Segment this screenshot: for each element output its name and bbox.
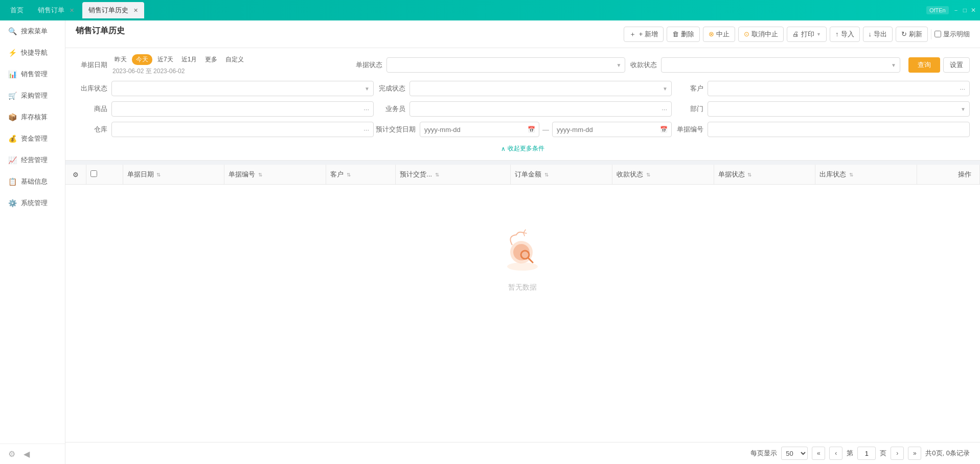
tab-sales-history-close[interactable]: ✕ (133, 7, 138, 14)
filter-item-warehouse2: 仓库 ··· (76, 122, 374, 137)
next-page-btn[interactable]: › (891, 447, 904, 460)
customer-select-btn[interactable]: ··· (708, 81, 970, 96)
filter-item-payment-status: 收款状态 ▼ (625, 57, 900, 73)
th-checkbox[interactable] (86, 165, 123, 185)
date-btn-custom[interactable]: 自定义 (222, 54, 247, 65)
th-order-amount[interactable]: 订单金额 ⇅ (511, 165, 612, 185)
th-payment-status[interactable]: 收款状态 ⇅ (612, 165, 714, 185)
th-ops: 操作 (917, 165, 980, 185)
cancel-stop-button[interactable]: ⊙ 取消中止 (738, 27, 784, 42)
th-bill-date-label: 单据日期 (127, 170, 154, 178)
plus-icon: ＋ (629, 30, 636, 39)
tab-sales-history[interactable]: 销售订单历史 ✕ (82, 2, 144, 18)
delivery-date-to-input[interactable] (552, 122, 672, 137)
maximize-btn[interactable]: □ (963, 7, 967, 14)
payment-status-select[interactable] (661, 57, 900, 73)
stop-button[interactable]: ⊗ 中止 (703, 27, 735, 42)
first-page-btn[interactable]: « (812, 447, 825, 460)
toolbar: ＋ + 新增 🗑 删除 ⊗ 中止 ⊙ 取消中止 (624, 27, 970, 42)
toolbar-divider (931, 29, 931, 39)
top-bar-right: OfTEn － □ ✕ (926, 6, 976, 15)
sidebar-item-purchase-mgmt[interactable]: 🛒 采购管理 (0, 85, 65, 106)
filter-row-4: 仓库 ··· 预计交货日期 📅 — 📅 (76, 122, 970, 137)
date-btn-today[interactable]: 今天 (132, 54, 152, 65)
warehouse-status-select[interactable] (111, 81, 374, 96)
empty-state-icon (497, 226, 548, 277)
prev-page-btn[interactable]: ‹ (829, 447, 842, 460)
sidebar-item-purchase-mgmt-label: 采购管理 (21, 91, 48, 100)
sidebar-collapse-icon[interactable]: ◀ (24, 449, 30, 459)
date-btn-last1m[interactable]: 近1月 (178, 54, 200, 65)
th-bill-status[interactable]: 单据状态 ⇅ (714, 165, 815, 185)
th-bill-status-label: 单据状态 (718, 170, 745, 178)
complete-status-label: 完成状态 (374, 84, 409, 93)
sort-arrows-bill-status: ⇅ (747, 172, 751, 178)
date-btn-last7[interactable]: 近7天 (154, 54, 176, 65)
th-bill-number[interactable]: 单据编号 ⇅ (224, 165, 326, 185)
sidebar-item-search-menu[interactable]: 🔍 搜索菜单 (0, 20, 65, 42)
th-settings[interactable]: ⚙ (65, 165, 86, 185)
th-out-status[interactable]: 出库状态 ⇅ (815, 165, 917, 185)
salesperson-select-btn[interactable]: ··· (409, 101, 672, 117)
warehouse2-select-btn[interactable]: ··· (111, 122, 374, 137)
sidebar-item-basic-info-label: 基础信息 (21, 177, 48, 186)
close-window-btn[interactable]: ✕ (971, 7, 976, 14)
warehouse-status-select-wrapper: ▼ (111, 81, 374, 96)
new-button[interactable]: ＋ + 新增 (624, 27, 664, 42)
print-button[interactable]: 🖨 打印 ▼ (787, 27, 827, 42)
table-header-row: ⚙ 单据日期 ⇅ 单据编号 ⇅ (65, 165, 980, 185)
sidebar-item-sales-mgmt[interactable]: 📊 销售管理 (0, 63, 65, 85)
select-all-checkbox[interactable] (90, 170, 97, 177)
customer-label: 客户 (672, 84, 708, 93)
tab-home[interactable]: 首页 (4, 2, 30, 18)
tab-sales-order-close[interactable]: ✕ (70, 7, 74, 14)
refresh-button[interactable]: ↻ 刷新 (896, 27, 928, 42)
th-bill-date[interactable]: 单据日期 ⇅ (123, 165, 224, 185)
sidebar-item-basic-info[interactable]: 📋 基础信息 (0, 171, 65, 192)
sidebar-item-ops-mgmt[interactable]: 📈 经营管理 (0, 149, 65, 171)
basic-info-icon: 📋 (8, 178, 17, 186)
th-ops-label: 操作 (958, 170, 971, 178)
filter-item-salesperson: 业务员 ··· (374, 101, 672, 117)
delivery-date-from-input[interactable] (420, 122, 539, 137)
bill-status-select-wrapper: ▼ (386, 57, 626, 73)
sidebar-item-inventory-check-label: 库存核算 (21, 113, 48, 122)
minimize-btn[interactable]: － (953, 6, 959, 15)
sidebar-item-inventory-check[interactable]: 📦 库存核算 (0, 106, 65, 128)
import-button[interactable]: ↑ 导入 (830, 27, 860, 42)
settings-button[interactable]: 设置 (943, 57, 970, 73)
purchase-mgmt-icon: 🛒 (8, 92, 17, 100)
query-button[interactable]: 查询 (908, 57, 940, 73)
bill-status-select[interactable] (386, 57, 626, 73)
customer-ellipsis: ··· (960, 85, 965, 93)
th-delivery-date[interactable]: 预计交货... ⇅ (396, 165, 511, 185)
product-select-btn[interactable]: ··· (111, 101, 374, 117)
bill-number-input[interactable] (708, 122, 970, 137)
last-page-btn[interactable]: » (908, 447, 921, 460)
tab-sales-order[interactable]: 销售订单 ✕ (32, 2, 80, 18)
collapse-row[interactable]: ∧ 收起更多条件 (76, 142, 970, 154)
page-number-input[interactable] (857, 447, 876, 460)
sidebar-settings-icon[interactable]: ⚙ (8, 449, 15, 459)
page-size-select[interactable]: 50 10 20 100 (781, 447, 808, 460)
total-text: 共0页, 0条记录 (925, 449, 970, 458)
date-controls: 昨天 今天 近7天 近1月 更多 自定义 2023-06-02 至 2023-0… (111, 54, 351, 76)
department-select[interactable] (708, 101, 970, 117)
sidebar-item-sys-mgmt[interactable]: ⚙️ 系统管理 (0, 192, 65, 214)
delete-button[interactable]: 🗑 删除 (667, 27, 700, 42)
show-detail-label: 显示明细 (943, 30, 970, 39)
sidebar-item-quick-nav[interactable]: ⚡ 快捷导航 (0, 42, 65, 63)
date-btn-yesterday[interactable]: 昨天 (111, 54, 130, 65)
delivery-date-to-wrapper: 📅 (552, 122, 672, 137)
import-icon: ↑ (835, 30, 839, 38)
complete-status-select[interactable] (409, 81, 672, 96)
date-btn-more[interactable]: 更多 (202, 54, 220, 65)
show-detail-checkbox[interactable] (935, 31, 941, 37)
tab-home-label: 首页 (10, 6, 24, 15)
export-button[interactable]: ↓ 导出 (863, 27, 893, 42)
sidebar-item-finance-mgmt[interactable]: 💰 资金管理 (0, 128, 65, 149)
show-detail-checkbox-label[interactable]: 显示明细 (935, 30, 970, 39)
th-customer[interactable]: 客户 ⇅ (326, 165, 396, 185)
svg-point-0 (507, 262, 538, 271)
th-delivery-date-label: 预计交货... (400, 170, 432, 178)
